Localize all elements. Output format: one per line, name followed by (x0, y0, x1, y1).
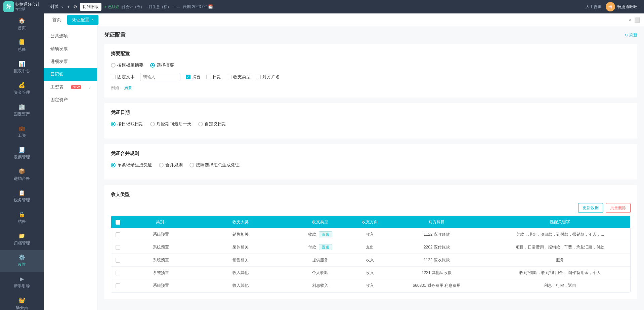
tab-voucher-config[interactable]: 凭证配置 × (67, 15, 98, 25)
sidebar-item-purchase[interactable]: 📦 进销台账 (0, 164, 44, 186)
radio-merge[interactable]: 合并规则 (159, 162, 183, 168)
select-all-checkbox[interactable]: ✓ (116, 220, 120, 225)
tab-close-icon[interactable]: × (91, 17, 94, 22)
row4-keyword: 利息，行程，返自 (490, 279, 631, 292)
row1-checkbox[interactable] (116, 245, 120, 250)
add-icon[interactable]: ＋ (66, 4, 71, 10)
sidebar-item-member[interactable]: 👑 畅会员 (0, 293, 44, 310)
tab-bar-right: × ⬜ (629, 17, 640, 23)
counterpart-checkbox-box[interactable] (256, 75, 261, 79)
row1-check[interactable] (111, 242, 125, 253)
summary-checkbox-label: 摘要 (192, 74, 201, 80)
th-subject: 对方科目 (383, 216, 490, 228)
config-sidebar-public[interactable]: 公共选项 (44, 30, 97, 42)
home-icon: 🏠 (18, 17, 25, 24)
row4-type: 利息收入 (284, 279, 357, 292)
config-sidebar-salary-sheet[interactable]: 工资表 NEW › (44, 81, 97, 93)
fixed-text-checkbox[interactable] (111, 75, 116, 79)
type-checkbox-label: 收支类型 (233, 74, 251, 80)
page-title: 凭证配置 (104, 32, 126, 39)
radio-select[interactable]: 选择摘要 (150, 62, 174, 68)
sidebar-label-assets: 固定资产 (14, 111, 30, 117)
th-check[interactable]: ✓ (111, 217, 125, 228)
sidebar-item-assets[interactable]: 🏢 固定资产 (0, 100, 44, 121)
config-sidebar-fixed-assets-label: 固定资产 (50, 97, 68, 103)
summary-config-title: 摘要配置 (111, 51, 631, 57)
salary-icon: 💼 (18, 125, 25, 131)
merge-rules-radio-group: 单条记录生成凭证 合并规则 按照选择汇总生成凭证 (111, 162, 631, 168)
config-sidebar-sales[interactable]: 销项发票 (44, 42, 97, 55)
sidebar-item-ledger[interactable]: 📒 总账 (0, 35, 44, 56)
sidebar-item-salary[interactable]: 💼 工资 (0, 121, 44, 143)
checkbox-fixed-text[interactable]: 固定文本 (111, 74, 135, 80)
logo-text: 畅捷通好会计 专业版 (15, 2, 40, 11)
radio-single[interactable]: 单条记录生成凭证 (111, 162, 152, 168)
sidebar-item-settings[interactable]: ⚙️ 设置 (0, 250, 44, 272)
row3-keyword: 收到*借款，收到*备用金，退回*备用金，个人 (490, 267, 631, 279)
radio-journal-date[interactable]: 按日记账日期 (111, 121, 143, 127)
date-checkbox-box[interactable] (206, 75, 211, 79)
sidebar-item-reports[interactable]: 📊 报表中心 (0, 56, 44, 78)
consult-link[interactable]: 人工咨询 (586, 4, 602, 10)
window-maximize-btn[interactable]: ⬜ (634, 17, 640, 23)
th-type: 收支类型 (284, 216, 357, 228)
row0-check[interactable] (111, 229, 125, 240)
radio-summary-generate[interactable]: 按照选择汇总生成凭证 (189, 162, 240, 168)
fixed-text-input[interactable] (140, 73, 180, 81)
radio-period-last[interactable]: 对应期间最后一天 (150, 121, 191, 127)
sidebar-item-funds[interactable]: 💰 资金管理 (0, 78, 44, 100)
window-close-btn[interactable]: × (629, 17, 632, 23)
row4-checkbox[interactable] (116, 283, 120, 288)
config-sidebar-purchase-inv[interactable]: 进项发票 (44, 55, 97, 68)
summary-checkbox-box[interactable]: ✓ (186, 75, 190, 79)
checkbox-type[interactable]: 收支类型 (227, 74, 251, 80)
row0-checkbox[interactable] (116, 232, 120, 237)
tab-home[interactable]: 首页 (48, 15, 66, 25)
fixed-text-label: 固定文本 (117, 74, 135, 80)
checkbox-summary[interactable]: ✓ 摘要 (186, 74, 201, 80)
type-checkbox-box[interactable] (227, 75, 231, 79)
row4-subject: 660301 财务费用 利息费用 (383, 279, 490, 292)
project-dropdown-icon[interactable]: ∨ (61, 5, 63, 9)
sidebar-item-archive[interactable]: 📁 归档管理 (0, 229, 44, 250)
checkbox-counterpart[interactable]: 对方户名 (256, 74, 280, 80)
row0-type-tag: 置顶 (319, 231, 332, 237)
row2-subject: 1122 应收账款 (383, 254, 490, 266)
brand-name: 畅捷通好会计 (15, 2, 40, 7)
sidebar-item-invoice[interactable]: 🧾 发票管理 (0, 143, 44, 164)
settings-icon[interactable]: ⚙ (73, 4, 77, 9)
sidebar-label-settings: 设置 (18, 262, 26, 268)
radio-custom-date[interactable]: 自定义日期 (198, 121, 226, 127)
sidebar-item-tax[interactable]: 📋 税务管理 (0, 186, 44, 207)
radio-single-circle (111, 163, 116, 167)
sidebar-label-home: 首页 (18, 25, 26, 31)
switch-version-btn[interactable]: 切到旧版 (80, 3, 101, 11)
config-sidebar-journal[interactable]: 日记账 (44, 68, 97, 81)
batch-delete-btn[interactable]: 批量删除 (606, 203, 631, 213)
update-data-btn[interactable]: 更新数据 (578, 203, 603, 213)
sidebar-item-guide[interactable]: ▶ 新手引导 (0, 272, 44, 293)
row3-check[interactable] (111, 267, 125, 279)
period-label: 账期 2023-02 📅 (183, 4, 213, 10)
date-checkbox-label: 日期 (213, 74, 221, 80)
row3-checkbox[interactable] (116, 271, 120, 275)
project-name: 测试 (50, 4, 58, 10)
radio-custom-circle (198, 122, 203, 126)
sidebar-item-home[interactable]: 🏠 首页 (0, 13, 44, 35)
tab-bar: 首页 凭证配置 × × ⬜ (44, 13, 644, 26)
config-sidebar-salary-sheet-label: 工资表 (50, 84, 63, 90)
radio-template[interactable]: 按模板版摘要 (111, 62, 143, 68)
row2-type: 提供服务 (284, 254, 357, 266)
config-sidebar-fixed-assets[interactable]: 固定资产 (44, 93, 97, 106)
row4-check[interactable] (111, 280, 125, 292)
row2-direction: 收入 (356, 254, 383, 266)
radio-period-last-circle (150, 122, 155, 126)
example-area: 例如： 摘要 (111, 85, 631, 91)
sidebar-item-close[interactable]: 🔒 结账 (0, 207, 44, 229)
checkbox-date[interactable]: 日期 (206, 74, 221, 80)
row2-checkbox[interactable] (116, 258, 120, 263)
row1-keyword: 项目，日常费用，报销款，车费，承兑汇票，付款 (490, 241, 631, 254)
refresh-btn[interactable]: ↻ 刷新 (625, 32, 637, 38)
row2-check[interactable] (111, 255, 125, 266)
merge-rules-title: 凭证合并规则 (111, 151, 631, 157)
